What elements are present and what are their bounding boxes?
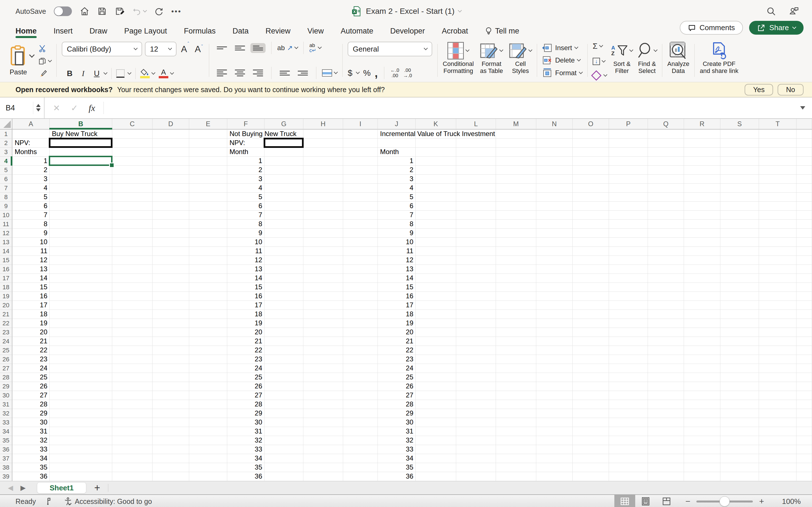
- cell-C26[interactable]: [112, 355, 153, 364]
- cell-B6[interactable]: [50, 175, 112, 184]
- cell-B23[interactable]: [50, 328, 112, 337]
- cell-C4[interactable]: [112, 157, 153, 166]
- cell-S2[interactable]: [720, 138, 759, 148]
- cell-B2[interactable]: [50, 138, 112, 148]
- cell-P26[interactable]: [609, 355, 648, 364]
- cell-L31[interactable]: [456, 400, 496, 409]
- cell-E12[interactable]: [189, 229, 227, 238]
- cell-B5[interactable]: [50, 166, 112, 175]
- yes-button[interactable]: Yes: [745, 84, 773, 96]
- increase-indent-button[interactable]: [295, 68, 310, 78]
- cell-D24[interactable]: [153, 337, 189, 346]
- cell-R16[interactable]: [684, 265, 720, 274]
- cell-T9[interactable]: [759, 202, 797, 211]
- cell-A9[interactable]: 6: [12, 202, 50, 211]
- cell-R9[interactable]: [684, 202, 720, 211]
- cell-K36[interactable]: [416, 445, 456, 454]
- cell-K31[interactable]: [416, 400, 456, 409]
- cell-O21[interactable]: [573, 310, 609, 319]
- cell-T28[interactable]: [759, 373, 797, 382]
- cell-K3[interactable]: [416, 148, 456, 157]
- cell-S31[interactable]: [720, 400, 759, 409]
- sheet-tab-sheet1[interactable]: Sheet1: [37, 482, 86, 494]
- cell-J33[interactable]: 30: [378, 418, 416, 427]
- cell-I3[interactable]: [343, 148, 378, 157]
- copy-button[interactable]: [38, 57, 51, 65]
- cell-I29[interactable]: [343, 382, 378, 391]
- cell-J31[interactable]: 28: [378, 400, 416, 409]
- cell-R14[interactable]: [684, 247, 720, 256]
- cell-B12[interactable]: [50, 229, 112, 238]
- cell-Q15[interactable]: [648, 256, 684, 265]
- tab-formulas[interactable]: Formulas: [175, 22, 224, 40]
- cell-C33[interactable]: [112, 418, 153, 427]
- cell-K25[interactable]: [416, 346, 456, 355]
- cell-I30[interactable]: [343, 391, 378, 400]
- cell-S16[interactable]: [720, 265, 759, 274]
- underline-button[interactable]: U: [91, 69, 103, 78]
- cell-R29[interactable]: [684, 382, 720, 391]
- cell-J12[interactable]: 9: [378, 229, 416, 238]
- cell-L36[interactable]: [456, 445, 496, 454]
- cell-A31[interactable]: 28: [12, 400, 50, 409]
- cell-R1[interactable]: [684, 129, 720, 138]
- cell-F36[interactable]: 33: [227, 445, 264, 454]
- cell-G16[interactable]: [264, 265, 303, 274]
- cell-J26[interactable]: 23: [378, 355, 416, 364]
- cell-M29[interactable]: [496, 382, 536, 391]
- cell-R13[interactable]: [684, 238, 720, 247]
- cell-K16[interactable]: [416, 265, 456, 274]
- cell-I19[interactable]: [343, 292, 378, 301]
- cell-K21[interactable]: [416, 310, 456, 319]
- cell-Q8[interactable]: [648, 193, 684, 202]
- row-header-16[interactable]: 16: [0, 265, 12, 274]
- formula-input[interactable]: [104, 98, 800, 118]
- cell-S25[interactable]: [720, 346, 759, 355]
- cell-E9[interactable]: [189, 202, 227, 211]
- cell-K24[interactable]: [416, 337, 456, 346]
- cell-M5[interactable]: [496, 166, 536, 175]
- cell-Q5[interactable]: [648, 166, 684, 175]
- cell-G14[interactable]: [264, 247, 303, 256]
- fill-color-chevron-icon[interactable]: [151, 71, 155, 75]
- cell-D23[interactable]: [153, 328, 189, 337]
- next-sheet-button[interactable]: ▶: [20, 484, 26, 492]
- cell-M17[interactable]: [496, 274, 536, 283]
- cell-M14[interactable]: [496, 247, 536, 256]
- cell-H25[interactable]: [303, 346, 343, 355]
- cell-K8[interactable]: [416, 193, 456, 202]
- cell-M33[interactable]: [496, 418, 536, 427]
- cell-S28[interactable]: [720, 373, 759, 382]
- cell-F2[interactable]: NPV:: [227, 138, 264, 148]
- cell-T16[interactable]: [759, 265, 797, 274]
- cell-L19[interactable]: [456, 292, 496, 301]
- cell-M31[interactable]: [496, 400, 536, 409]
- cell-M9[interactable]: [496, 202, 536, 211]
- cell-K5[interactable]: [416, 166, 456, 175]
- cell-F5[interactable]: 2: [227, 166, 264, 175]
- cell-M27[interactable]: [496, 364, 536, 373]
- cell-B20[interactable]: [50, 301, 112, 310]
- cell-C25[interactable]: [112, 346, 153, 355]
- cell-E37[interactable]: [189, 454, 227, 463]
- cell-J38[interactable]: 35: [378, 463, 416, 472]
- cell-D2[interactable]: [153, 138, 189, 148]
- cell-M28[interactable]: [496, 373, 536, 382]
- cell-P21[interactable]: [609, 310, 648, 319]
- cell-I20[interactable]: [343, 301, 378, 310]
- cell-R38[interactable]: [684, 463, 720, 472]
- cell-M36[interactable]: [496, 445, 536, 454]
- cell-F34[interactable]: 31: [227, 427, 264, 436]
- cell-D20[interactable]: [153, 301, 189, 310]
- cell-I37[interactable]: [343, 454, 378, 463]
- cell-I10[interactable]: [343, 211, 378, 220]
- cell-T1[interactable]: [759, 129, 797, 138]
- tab-developer[interactable]: Developer: [382, 22, 434, 40]
- cell-G12[interactable]: [264, 229, 303, 238]
- cell-Q25[interactable]: [648, 346, 684, 355]
- cell-N25[interactable]: [536, 346, 573, 355]
- cell-L33[interactable]: [456, 418, 496, 427]
- cell-M20[interactable]: [496, 301, 536, 310]
- cell-H23[interactable]: [303, 328, 343, 337]
- cell-D12[interactable]: [153, 229, 189, 238]
